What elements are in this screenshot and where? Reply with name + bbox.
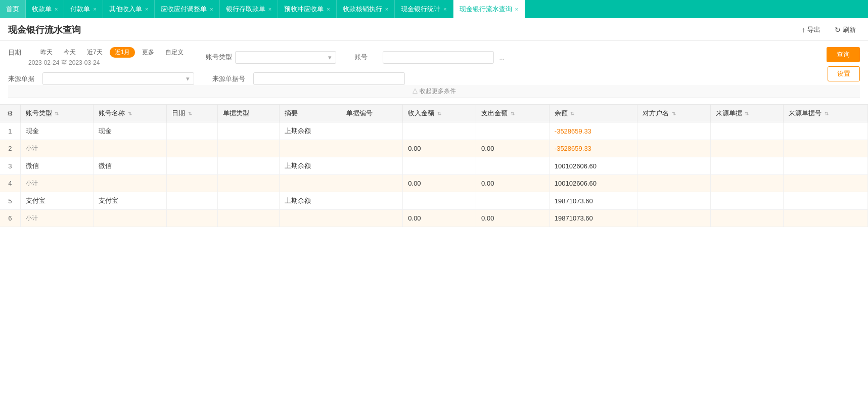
refresh-label: 刷新 (843, 25, 856, 34)
date-opt-7days[interactable]: 近7天 (83, 47, 107, 58)
doc-type-cell (218, 140, 280, 157)
nav-tab-other-income[interactable]: 其他收入单 × (103, 0, 155, 18)
nav-tab-cash-bank-flow[interactable]: 现金银行流水查询 × (453, 0, 525, 18)
ar-ap-adjust-tab-close[interactable]: × (210, 6, 213, 12)
query-button[interactable]: 查询 (827, 47, 860, 62)
col-account-name-sort: ⇅ (128, 111, 132, 116)
date-cell (167, 175, 218, 192)
col-expense-label: 支出金额 (481, 109, 508, 117)
col-expense-sort: ⇅ (511, 111, 515, 116)
col-balance[interactable]: 余额 ⇅ (549, 105, 637, 122)
nav-tab-receipt-verify[interactable]: 收款核销执行 × (337, 0, 395, 18)
account-type-select[interactable]: ▾ (235, 51, 336, 64)
col-account-type[interactable]: 账号类型 ⇅ (20, 105, 94, 122)
source-doc-cell (710, 192, 784, 210)
table-row[interactable]: 3微信微信上期余额100102606.60 (0, 157, 868, 175)
row-num: 4 (0, 175, 20, 192)
account-type-cell: 小计 (20, 175, 94, 192)
nav-tab-payment[interactable]: 付款单 × (64, 0, 103, 18)
account-more-btn[interactable]: ... (496, 53, 508, 62)
col-account-name[interactable]: 账号名称 ⇅ (94, 105, 167, 122)
doc-no-cell (341, 157, 403, 175)
nav-tab-cash-bank-stat[interactable]: 现金银行统计 × (395, 0, 453, 18)
account-name-cell (94, 175, 167, 192)
account-name-cell: 支付宝 (94, 192, 167, 210)
income-cell: 0.00 (403, 140, 476, 157)
cash-bank-stat-tab-label: 现金银行统计 (401, 5, 440, 14)
account-type-chevron: ▾ (328, 54, 332, 61)
expense-cell: 0.00 (476, 210, 550, 227)
receipt-verify-tab-close[interactable]: × (385, 6, 388, 12)
col-balance-sort: ⇅ (570, 111, 574, 116)
table-row[interactable]: 4小计0.000.00100102606.60 (0, 175, 868, 192)
date-opt-yesterday[interactable]: 昨天 (36, 47, 57, 58)
account-label: 账号 (354, 53, 380, 62)
nav-tab-ar-ap-adjust[interactable]: 应收应付调整单 × (155, 0, 219, 18)
nav-tab-receipt[interactable]: 收款单 × (26, 0, 64, 18)
col-date-label: 日期 (172, 109, 185, 117)
col-income[interactable]: 收入金额 ⇅ (403, 105, 476, 122)
date-opt-custom[interactable]: 自定义 (161, 47, 188, 58)
source-doc-select[interactable]: ▾ (42, 72, 194, 85)
account-name-cell: 现金 (94, 122, 167, 140)
date-opt-1month[interactable]: 近1月 (110, 47, 135, 58)
col-source-doc-no[interactable]: 来源单据号 ⇅ (784, 105, 868, 122)
col-source-doc-label: 来源单据 (716, 109, 742, 117)
cash-bank-flow-tab-close[interactable]: × (515, 6, 518, 12)
col-income-sort: ⇅ (437, 111, 441, 116)
date-cell (167, 210, 218, 227)
other-income-tab-close[interactable]: × (145, 6, 148, 12)
source-doc-no-input[interactable] (253, 72, 405, 85)
col-doc-no[interactable]: 单据编号 (341, 105, 403, 122)
cash-bank-stat-tab-close[interactable]: × (443, 6, 446, 12)
account-input[interactable] (383, 51, 494, 64)
date-cell (167, 192, 218, 210)
date-opt-today[interactable]: 今天 (60, 47, 80, 58)
receipt-verify-tab-label: 收款核销执行 (343, 5, 382, 14)
table-row[interactable]: 5支付宝支付宝上期余额19871073.60 (0, 192, 868, 210)
source-doc-no-cell (784, 175, 868, 192)
bank-deposit-tab-close[interactable]: × (268, 6, 271, 12)
date-cell (167, 122, 218, 140)
table-row[interactable]: 1现金现金上期余额-3528659.33 (0, 122, 868, 140)
cash-bank-flow-tab-label: 现金银行流水查询 (460, 5, 512, 14)
collapse-bar[interactable]: △ 收起更多条件 (8, 85, 860, 98)
balance-cell: 100102606.60 (549, 157, 637, 175)
row-num: 1 (0, 122, 20, 140)
doc-type-cell (218, 122, 280, 140)
doc-no-cell (341, 175, 403, 192)
col-expense[interactable]: 支出金额 ⇅ (476, 105, 550, 122)
refresh-button[interactable]: ↻ 刷新 (831, 23, 860, 36)
col-source-doc[interactable]: 来源单据 ⇅ (710, 105, 784, 122)
col-doc-type[interactable]: 单据类型 (218, 105, 280, 122)
receipt-tab-close[interactable]: × (55, 6, 58, 12)
payment-tab-close[interactable]: × (93, 6, 96, 12)
page-header: 现金银行流水查询 ↑ 导出 ↻ 刷新 (0, 18, 868, 41)
income-cell (403, 122, 476, 140)
col-counterpart[interactable]: 对方户名 ⇅ (637, 105, 710, 122)
income-cell: 0.00 (403, 175, 476, 192)
gear-icon: ⚙ (7, 110, 13, 117)
nav-tab-home[interactable]: 首页 (0, 0, 26, 18)
nav-tab-advance-receipt[interactable]: 预收冲应收单 × (278, 0, 336, 18)
table-row[interactable]: 2小计0.000.00-3528659.33 (0, 140, 868, 157)
advance-receipt-tab-close[interactable]: × (327, 6, 330, 12)
col-gear[interactable]: ⚙ (0, 105, 20, 122)
col-counterpart-sort: ⇅ (672, 111, 676, 116)
col-doc-type-label: 单据类型 (223, 109, 249, 117)
nav-tab-bank-deposit[interactable]: 银行存取款单 × (220, 0, 278, 18)
export-button[interactable]: ↑ 导出 (798, 23, 825, 36)
col-account-name-label: 账号名称 (99, 109, 125, 117)
row-num: 6 (0, 210, 20, 227)
date-opt-more[interactable]: 更多 (138, 47, 158, 58)
export-icon: ↑ (802, 26, 805, 34)
table-row[interactable]: 6小计0.000.0019871073.60 (0, 210, 868, 227)
col-doc-no-label: 单据编号 (346, 109, 373, 117)
page-title: 现金银行流水查询 (8, 24, 81, 36)
col-date[interactable]: 日期 ⇅ (167, 105, 218, 122)
counterpart-cell (637, 175, 710, 192)
settings-button[interactable]: 设置 (828, 66, 860, 81)
col-summary[interactable]: 摘要 (280, 105, 341, 122)
income-cell: 0.00 (403, 210, 476, 227)
source-doc-no-cell (784, 192, 868, 210)
